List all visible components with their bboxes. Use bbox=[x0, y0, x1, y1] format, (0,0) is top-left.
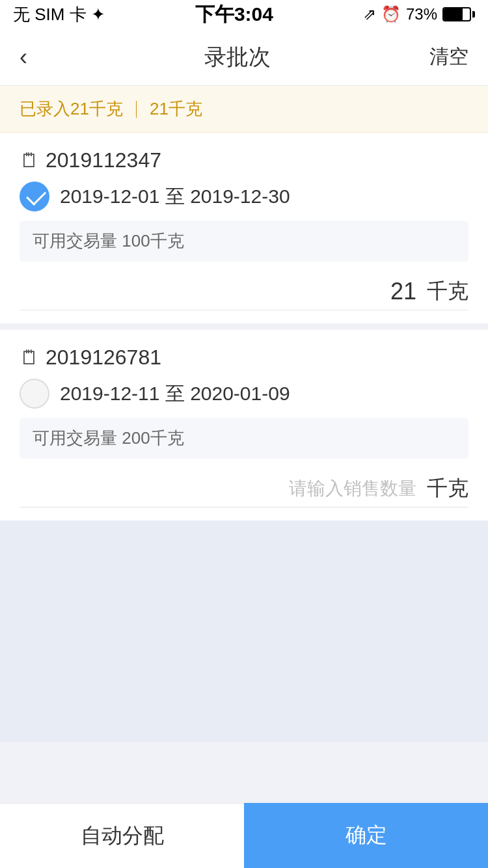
status-left: 无 SIM 卡 ✦ bbox=[13, 3, 105, 26]
info-banner: 已录入21千克 21千克 bbox=[0, 86, 488, 133]
quantity-value-1: 21 bbox=[390, 278, 416, 305]
confirm-button[interactable]: 确定 bbox=[244, 803, 488, 868]
footer: 自动分配 确定 bbox=[0, 803, 488, 868]
batch-doc-icon-1: 🗒 bbox=[20, 150, 39, 172]
battery-icon bbox=[442, 7, 475, 21]
clear-button[interactable]: 清空 bbox=[416, 44, 468, 70]
section-separator bbox=[0, 323, 488, 330]
batch-header-2: 🗒 2019126781 bbox=[20, 346, 468, 370]
batch-header-1: 🗒 2019112347 bbox=[20, 148, 468, 172]
bottom-area bbox=[0, 521, 488, 742]
status-bar: 无 SIM 卡 ✦ 下午3:04 ⇗ ⏰ 73% bbox=[0, 0, 488, 29]
recorded-value: 21千克 bbox=[150, 98, 202, 120]
batch-item-2: 🗒 2019126781 2019-12-11 至 2020-01-09 可用交… bbox=[0, 330, 488, 521]
batch-date-row-2: 2019-12-11 至 2020-01-09 bbox=[20, 379, 468, 409]
batch-doc-icon-2: 🗒 bbox=[20, 347, 39, 369]
radio-button-1[interactable] bbox=[20, 182, 49, 211]
quantity-placeholder-2: 请输入销售数量 bbox=[20, 476, 416, 501]
quantity-unit-2: 千克 bbox=[427, 474, 468, 503]
location-icon: ⇗ bbox=[363, 5, 376, 23]
batch-available-1: 可用交易量 100千克 bbox=[20, 221, 468, 262]
quantity-unit-1: 千克 bbox=[427, 277, 468, 306]
batch-number-2: 2019126781 bbox=[46, 346, 161, 370]
batch-available-2: 可用交易量 200千克 bbox=[20, 418, 468, 459]
batch-date-1: 2019-12-01 至 2019-12-30 bbox=[60, 183, 290, 210]
radio-button-2[interactable] bbox=[20, 379, 49, 409]
page-title: 录批次 bbox=[59, 42, 416, 72]
auto-distribute-button[interactable]: 自动分配 bbox=[0, 803, 244, 868]
recorded-label: 已录入21千克 bbox=[20, 98, 123, 120]
batch-item-1: 🗒 2019112347 2019-12-01 至 2019-12-30 可用交… bbox=[0, 133, 488, 323]
status-right: ⇗ ⏰ 73% bbox=[363, 5, 475, 23]
batch-date-2: 2019-12-11 至 2020-01-09 bbox=[60, 381, 290, 407]
info-divider bbox=[136, 101, 137, 118]
alarm-icon: ⏰ bbox=[381, 5, 401, 23]
batch-date-row-1: 2019-12-01 至 2019-12-30 bbox=[20, 182, 468, 211]
batch-number-1: 2019112347 bbox=[46, 148, 161, 172]
battery-percent: 73% bbox=[406, 5, 437, 23]
batch-input-row-2: 请输入销售数量 千克 bbox=[20, 468, 468, 508]
auto-distribute-label: 自动分配 bbox=[81, 822, 164, 850]
batch-input-row-1: 21 千克 bbox=[20, 271, 468, 310]
back-button[interactable]: ‹ bbox=[20, 44, 59, 71]
nav-bar: ‹ 录批次 清空 bbox=[0, 29, 488, 86]
status-time: 下午3:04 bbox=[195, 1, 273, 28]
confirm-label: 确定 bbox=[346, 821, 387, 850]
